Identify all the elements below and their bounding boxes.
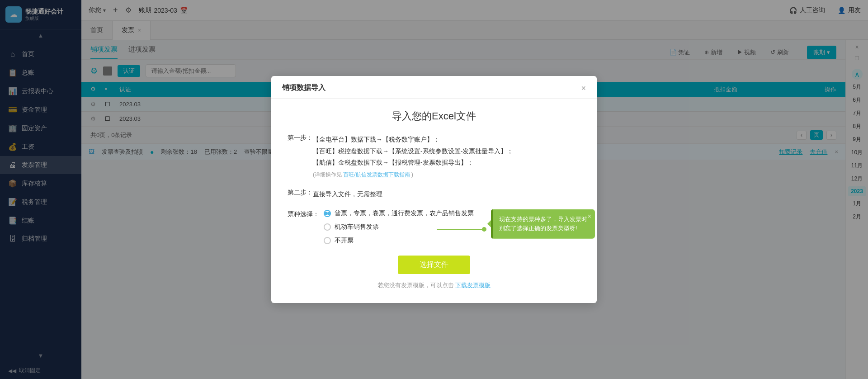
radio-label-3: 不开票 bbox=[335, 237, 354, 245]
radio-option-1[interactable]: 普票，专票，卷票，通行费发票，农产品销售发票 bbox=[324, 209, 474, 218]
modal-main-title: 导入您的Excel文件 bbox=[288, 109, 580, 123]
modal-header: 销项数据导入 × bbox=[271, 76, 597, 99]
radio-option-3[interactable]: 不开票 bbox=[324, 237, 474, 245]
tooltip-connector-line bbox=[437, 229, 482, 230]
modal-title: 销项数据导入 bbox=[282, 83, 326, 93]
modal-overlay: 销项数据导入 × 导入您的Excel文件 第一步： 【全电平台】数据下载→【税务… bbox=[0, 0, 868, 379]
tooltip-arrow bbox=[487, 220, 491, 227]
step2-block: 第二步： 直接导入文件，无需整理 bbox=[288, 189, 580, 200]
tooltip-text: 现在支持的票种多了，导入发票时别忘了选择正确的发票类型呀! bbox=[499, 215, 587, 232]
radio-group: 普票，专票，卷票，通行费发票，农产品销售发票 机动车销售发票 bbox=[324, 209, 474, 245]
tooltip-close-button[interactable]: × bbox=[588, 211, 591, 221]
step2-label: 第二步： bbox=[288, 189, 313, 200]
radio-option-2-container: 机动车销售发票 × bbox=[324, 223, 474, 231]
ticket-type-label: 票种选择： bbox=[288, 210, 324, 218]
tooltip-dot bbox=[482, 227, 486, 232]
select-file-button[interactable]: 选择文件 bbox=[398, 256, 470, 274]
radio-option-2[interactable]: 机动车销售发票 bbox=[324, 223, 379, 231]
download-guide-link[interactable]: 百旺/航信发票数据下载指南 bbox=[343, 171, 410, 178]
modal-footer: 若您没有发票模版，可以点击 下载发票模版 bbox=[288, 281, 580, 289]
tooltip-accent-bar bbox=[491, 209, 493, 239]
radio-circle-3 bbox=[324, 237, 331, 244]
ticket-type-block: 票种选择： 普票，专票，卷票，通行费发票，农产品销售发票 机动车销售发票 bbox=[288, 209, 580, 245]
step1-note: (详细操作见 百旺/航信发票数据下载指南 ) bbox=[313, 170, 513, 180]
modal-close-button[interactable]: × bbox=[581, 84, 586, 92]
step1-line3: 【航信】金税盘数据下载→【报税管理-发票数据导出】； bbox=[313, 157, 513, 168]
radio-circle-1 bbox=[324, 210, 331, 217]
download-template-link[interactable]: 下载发票模版 bbox=[455, 282, 491, 289]
step1-line2: 【百旺】税控盘数据下载→【系统设置-系统参数设置-发票批量导入】； bbox=[313, 146, 513, 157]
modal-body: 导入您的Excel文件 第一步： 【全电平台】数据下载→【税务数字账户】； 【百… bbox=[271, 99, 597, 303]
step1-block: 第一步： 【全电平台】数据下载→【税务数字账户】； 【百旺】税控盘数据下载→【系… bbox=[288, 134, 580, 180]
tooltip-bubble: × 现在支持的票种多了，导入发票时别忘了选择正确的发票类型呀! bbox=[491, 209, 595, 239]
step1-label: 第一步： bbox=[288, 134, 313, 180]
import-modal: 销项数据导入 × 导入您的Excel文件 第一步： 【全电平台】数据下载→【税务… bbox=[271, 76, 597, 303]
radio-label-1: 普票，专票，卷票，通行费发票，农产品销售发票 bbox=[335, 209, 474, 218]
radio-circle-2 bbox=[324, 223, 331, 231]
step2-content: 直接导入文件，无需整理 bbox=[313, 189, 382, 200]
radio-label-2: 机动车销售发票 bbox=[335, 223, 379, 231]
step1-line1: 【全电平台】数据下载→【税务数字账户】； bbox=[313, 134, 513, 145]
